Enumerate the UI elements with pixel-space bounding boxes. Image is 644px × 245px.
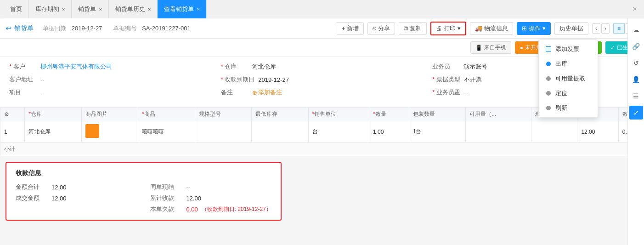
number-label-text: 单据编号 SA-20191227-001 [113, 24, 190, 33]
print-icon: 🖨 [436, 25, 442, 32]
document-type-label: 销货单 [14, 24, 34, 33]
out-warehouse-label: 出库 [555, 60, 567, 68]
row-min-stock [252, 121, 308, 142]
total-amount-label: 金额合计 [16, 183, 48, 191]
out-warehouse-item[interactable]: 出库 [539, 57, 598, 71]
row-quantity: 1.00 [369, 121, 409, 142]
col-gear[interactable]: ⚙ [0, 108, 25, 121]
tab-inventory[interactable]: 库存期初 × [29, 0, 72, 18]
cumulative-row: 累计收款 12.00 [150, 194, 271, 202]
phone-icon: 📱 [475, 45, 482, 51]
available-extract-icon [545, 75, 552, 82]
payment-date-required: * [221, 76, 223, 83]
prev-button[interactable]: ‹ [592, 23, 600, 34]
print-button[interactable]: 🖨 打印 ▾ [430, 22, 466, 35]
payment-info-title: 收款信息 [16, 169, 271, 177]
address-value: -- [40, 76, 45, 83]
ticket-required: * [432, 76, 435, 83]
document-meta: 单据日期 2019-12-27 单据编号 SA-20191227-001 [43, 24, 191, 33]
tab-view-sales-label: 查看销货单 [164, 5, 194, 13]
list-view-button[interactable]: ≡ [613, 23, 625, 34]
salesperson-field: * 业务员孟 -- [432, 88, 635, 97]
print-dropdown-arrow: ▾ [458, 25, 461, 32]
tab-sales-close[interactable]: × [99, 6, 102, 12]
locate-item[interactable]: 定位 [539, 86, 598, 101]
salesperson-required: * [432, 89, 435, 96]
list-sidebar-icon[interactable]: ☰ [629, 89, 643, 103]
add-invoice-item[interactable]: 添加发票 [539, 42, 598, 57]
payment-date-field: * 收款到期日 2019-12-27 [221, 75, 424, 84]
total-amount-value: 12.00 [51, 184, 67, 191]
col-min-stock: 最低库存 [252, 108, 308, 121]
current-due-label: 本单欠款 [150, 205, 182, 213]
person-sidebar-icon[interactable]: 👤 [629, 73, 643, 86]
customer-field: * 客户 柳州粤港平安气体有限公司 [9, 63, 212, 71]
ticket-type-field: * 票据类型 不开票 [432, 75, 635, 84]
row-warehouse: 河北仓库 [25, 121, 81, 142]
customer-value[interactable]: 柳州粤港平安气体有限公司 [40, 63, 112, 71]
tab-history-close[interactable]: × [148, 6, 151, 12]
ticket-icon: ● [520, 45, 523, 51]
share-icon: ⎋ [373, 25, 376, 32]
product-thumbnail [85, 124, 99, 138]
warehouse-field: * 仓库 河北仓库 [221, 63, 424, 71]
col-package: 包装数量 [409, 108, 465, 121]
copy-button[interactable]: ⧉ 复制 [399, 22, 427, 35]
settlement-row: 同单现结 -- [150, 183, 271, 191]
plus-icon: ⊕ [252, 89, 257, 96]
date-label-text: 单据日期 2019-12-27 [43, 24, 102, 33]
link-sidebar-icon[interactable]: 🔗 [629, 40, 643, 53]
payment-date-value: 2019-12-27 [258, 76, 289, 83]
tab-sales[interactable]: 销货单 × [72, 0, 108, 18]
document-type: ↩ 销货单 [6, 24, 34, 33]
settlement-value: -- [186, 184, 190, 191]
tab-home[interactable]: 首页 [4, 0, 29, 18]
staff-field: 业务员 演示账号 [432, 63, 635, 71]
history-button[interactable]: 历史单据 [554, 22, 588, 35]
current-due-row [16, 205, 136, 213]
warehouse-required: * [221, 63, 223, 70]
share-button[interactable]: ⎋ 分享 [367, 22, 395, 35]
row-spec [195, 121, 251, 142]
tab-home-label: 首页 [10, 5, 22, 13]
window-close-button[interactable]: × [626, 0, 644, 18]
col-spec: 规格型号 [195, 108, 251, 121]
note-field: 备注 ⊕ 添加备注 [221, 88, 424, 97]
cloud-sidebar-icon[interactable]: ☁ [629, 23, 643, 37]
staff-value: 演示账号 [463, 63, 487, 71]
project-value: -- [40, 89, 45, 96]
tab-inventory-close[interactable]: × [62, 6, 65, 12]
document-icon: ↩ [6, 24, 11, 33]
operate-button[interactable]: ⊞ 操作 ▾ [517, 22, 551, 35]
tab-history[interactable]: 销货单历史 × [109, 0, 158, 18]
refresh-item[interactable]: 刷新 [539, 101, 598, 115]
row-index: 1 [0, 121, 25, 142]
col-product: *商品 [138, 108, 195, 121]
refresh-label: 刷新 [555, 104, 567, 112]
new-button[interactable]: + 新增 [337, 22, 364, 35]
from-phone-button[interactable]: 📱 来自手机 [470, 41, 511, 54]
total-amount-row: 金额合计 12.00 [16, 183, 136, 191]
copy-icon: ⧉ [404, 25, 408, 32]
col-available: 可用量（... [466, 108, 531, 121]
operate-dropdown-arrow: ▾ [542, 25, 546, 32]
warehouse-value: 河北仓库 [252, 63, 276, 71]
add-note-button[interactable]: ⊕ 添加备注 [252, 88, 282, 97]
col-product-img: 商品图片 [81, 108, 138, 121]
expand-sidebar-icon[interactable]: ⤢ [629, 106, 643, 120]
tab-view-sales-close[interactable]: × [197, 6, 199, 12]
available-extract-item[interactable]: 可用量提取 [539, 71, 598, 86]
col-quantity: *数量 [369, 108, 409, 121]
current-due-detail-row: 本单欠款 0.00 （收款到期日: 2019-12-27） [150, 205, 271, 213]
logistics-button[interactable]: 🚚 物流信息 [470, 22, 513, 35]
subtotal-row: 小计 [0, 142, 644, 156]
available-extract-label: 可用量提取 [555, 74, 585, 83]
due-date-detail: （收款到期日: 2019-12-27） [202, 205, 271, 213]
tab-view-sales[interactable]: 查看销货单 × [158, 0, 206, 18]
refresh-icon [545, 105, 552, 111]
row-unit: 台 [308, 121, 369, 142]
settlement-label: 同单现结 [150, 183, 182, 191]
refresh-sidebar-icon[interactable]: ↺ [629, 56, 643, 70]
tab-history-label: 销货单历史 [115, 5, 145, 13]
next-button[interactable]: › [601, 23, 610, 34]
